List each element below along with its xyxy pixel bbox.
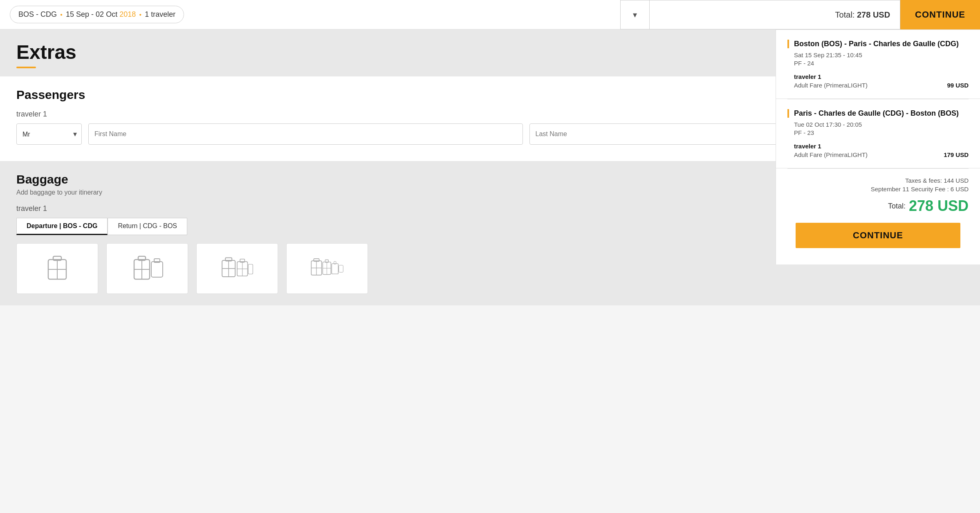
extras-title-underline bbox=[16, 67, 36, 68]
baggage-option-3[interactable] bbox=[286, 243, 368, 294]
svg-rect-27 bbox=[332, 263, 338, 273]
continue-button-bottom[interactable]: CONTINUE bbox=[796, 223, 960, 248]
flight1-number: PF - 24 bbox=[794, 60, 969, 67]
total-prefix-label: Total: bbox=[888, 202, 906, 211]
flight2-fare: traveler 1 Adult Fare (PrimeraLIGHT) 179… bbox=[794, 143, 969, 158]
flight2-number: PF - 23 bbox=[794, 129, 969, 136]
flight2-fare-price: 179 USD bbox=[944, 151, 969, 158]
svg-rect-29 bbox=[339, 265, 343, 272]
chevron-down-icon: ▾ bbox=[633, 10, 637, 20]
trip-dates: 15 Sep - 02 Oct 2018 bbox=[66, 10, 136, 19]
flight1-traveler-label: traveler 1 bbox=[794, 73, 969, 80]
flight2-datetime: Tue 02 Oct 17:30 - 20:05 bbox=[794, 121, 969, 128]
trip-route: BOS - CDG bbox=[18, 10, 57, 19]
totals-section: Taxes & fees: 144 USD September 11 Secur… bbox=[776, 169, 980, 256]
bag-icon-2 bbox=[221, 250, 253, 283]
summary-total-display: Total: 278 USD bbox=[650, 0, 900, 29]
salutation-select[interactable]: Mr Mrs Ms Dr bbox=[16, 123, 82, 145]
grand-total-amount: 278 USD bbox=[909, 197, 969, 215]
salutation-select-wrapper: Mr Mrs Ms Dr ▾ bbox=[16, 123, 82, 145]
flight1-title: Boston (BOS) - Paris - Charles de Gaulle… bbox=[787, 40, 969, 48]
flight1-fare-price: 99 USD bbox=[947, 82, 969, 89]
baggage-option-1[interactable] bbox=[106, 243, 188, 294]
flight1-fare-desc: Adult Fare (PrimeraLIGHT) bbox=[794, 82, 868, 89]
baggage-option-0[interactable] bbox=[16, 243, 98, 294]
flight1-fare-row: Adult Fare (PrimeraLIGHT) 99 USD bbox=[794, 82, 969, 89]
flight1-datetime: Sat 15 Sep 21:35 - 10:45 bbox=[794, 52, 969, 58]
bag-icon-0 bbox=[41, 250, 74, 283]
svg-rect-8 bbox=[151, 262, 163, 277]
dot2: ● bbox=[139, 12, 141, 17]
svg-rect-18 bbox=[248, 264, 253, 274]
flight1-fare: traveler 1 Adult Fare (PrimeraLIGHT) 99 … bbox=[794, 73, 969, 89]
bag-icon-3 bbox=[311, 250, 343, 283]
top-summary-bar: ▾ Total: 278 USD CONTINUE bbox=[620, 0, 980, 29]
flight-segment-1: Boston (BOS) - Paris - Charles de Gaulle… bbox=[776, 30, 980, 99]
trip-info-pill: BOS - CDG ● 15 Sep - 02 Oct 2018 ● 1 tra… bbox=[10, 6, 184, 23]
header-bar: BOS - CDG ● 15 Sep - 02 Oct 2018 ● 1 tra… bbox=[0, 0, 980, 29]
price-summary-panel: Boston (BOS) - Paris - Charles de Gaulle… bbox=[776, 29, 980, 264]
taxes-fees-row: Taxes & fees: 144 USD bbox=[787, 177, 969, 184]
security-fee-label: September 11 Security Fee : 6 USD bbox=[871, 186, 969, 193]
flight2-traveler-label: traveler 1 bbox=[794, 143, 969, 150]
flight-segment-2: Paris - Charles de Gaulle (CDG) - Boston… bbox=[776, 99, 980, 168]
first-name-input[interactable] bbox=[88, 123, 523, 145]
grand-total-row: Total: 278 USD bbox=[787, 197, 969, 215]
baggage-tab-departure[interactable]: Departure | BOS - CDG bbox=[16, 218, 108, 235]
trip-travelers: 1 traveler bbox=[145, 10, 175, 19]
security-fee-row: September 11 Security Fee : 6 USD bbox=[787, 186, 969, 193]
baggage-tab-return[interactable]: Return | CDG - BOS bbox=[108, 218, 187, 235]
baggage-title: Baggage bbox=[16, 172, 68, 186]
flight2-title: Paris - Charles de Gaulle (CDG) - Boston… bbox=[787, 109, 969, 118]
flight2-fare-row: Adult Fare (PrimeraLIGHT) 179 USD bbox=[794, 151, 969, 158]
bag-icon-1 bbox=[131, 250, 164, 283]
taxes-fees-label: Taxes & fees: 144 USD bbox=[905, 177, 969, 184]
continue-button-top[interactable]: CONTINUE bbox=[900, 0, 980, 29]
dot1: ● bbox=[60, 12, 63, 17]
summary-toggle-button[interactable]: ▾ bbox=[620, 0, 650, 29]
baggage-option-2[interactable] bbox=[196, 243, 278, 294]
flight2-fare-desc: Adult Fare (PrimeraLIGHT) bbox=[794, 151, 868, 158]
